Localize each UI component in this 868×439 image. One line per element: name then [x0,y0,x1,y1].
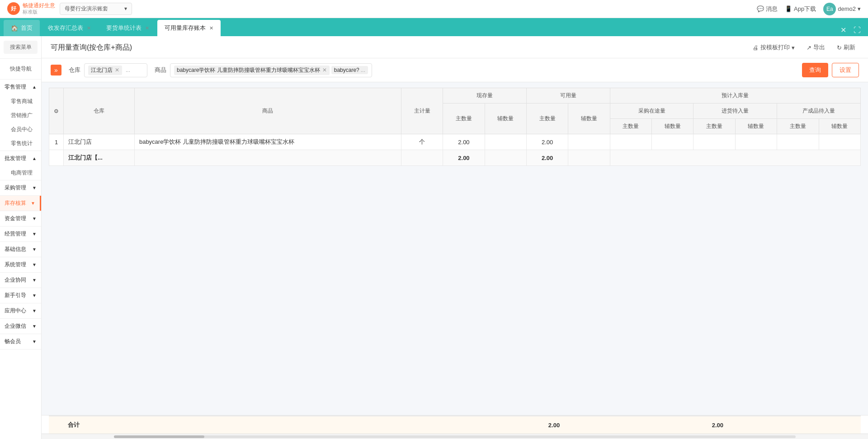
sidebar-group-app-center-header[interactable]: 应用中心 ▼ [0,303,41,318]
close-tab-order-stats[interactable]: ✕ [145,25,149,31]
sidebar-item-ecommerce[interactable]: 电商管理 [0,166,41,180]
sidebar-item-member[interactable]: 会员中心 [0,123,41,137]
sidebar-group-wechat-header[interactable]: 企业微信 ▼ [0,319,41,334]
row-warehouse: 江北门店 [64,134,135,150]
export-btn[interactable]: ↗ 导出 [803,42,829,53]
close-all-tabs-btn[interactable]: ✕ [839,24,848,36]
th-production-main: 主数量 [777,119,819,134]
settings-button[interactable]: 设置 [832,63,859,77]
industry-selector[interactable]: 母婴行业演示账套 ▾ [60,3,132,15]
warehouse-tag: 江北门店 ✕ [88,66,122,75]
row-production-main [777,134,819,150]
page-title: 可用量查询(按仓库+商品) [51,43,132,52]
product-tag-1: babycare学饮杯 儿童防摔防撞吸管杯重力球吸嘴杯宝宝水杯 ✕ [174,66,330,75]
scroll-thumb[interactable] [114,435,204,438]
group-available-main: 2.00 [527,150,568,166]
message-btn[interactable]: 💬 消息 [757,5,778,13]
sidebar-group-wholesale-header[interactable]: 批发管理 ▲ [0,151,41,166]
table-container: ⚙ 仓库 商品 主计量 现存量 可用量 预计入库量 主数量 辅数量 主数量 辅数… [42,82,868,415]
print-btn[interactable]: 🖨 按模板打印 ▾ [749,42,798,53]
sidebar-group-newbie-header[interactable]: 新手引导 ▼ [0,288,41,303]
sidebar-group-finance-header[interactable]: 资金管理 ▼ [0,211,41,226]
th-settings[interactable]: ⚙ [49,88,64,134]
remove-product-tag-1[interactable]: ✕ [322,67,327,73]
remove-warehouse-tag[interactable]: ✕ [115,67,119,73]
main-area: 搜索菜单 快捷导航 零售管理 ▲ 零售商城 营销推广 会员中心 零售统计 批发管… [0,36,868,439]
sidebar-item-marketing[interactable]: 营销推广 [0,109,41,123]
sidebar-group-wechat: 企业微信 ▼ [0,319,41,334]
sidebar-group-newbie: 新手引导 ▼ [0,288,41,303]
row-inbound-aux [735,134,777,150]
tab-income-expense[interactable]: 收发存汇总表 ✕ [41,20,98,36]
page-actions: 🖨 按模板打印 ▾ ↗ 导出 ↻ 刷新 [749,42,859,53]
sidebar-group-enterprise-header[interactable]: 企业协同 ▼ [0,273,41,288]
sidebar-group-procurement: 采购管理 ▼ [0,180,41,196]
product-tag-2-more: ... [361,67,365,73]
total-empty-4 [840,416,861,434]
app-download-btn[interactable]: 📱 App下载 [785,5,816,13]
sidebar-item-quick-nav[interactable]: 快捷导航 [0,61,41,76]
row-purchase-main [610,134,651,150]
refresh-btn[interactable]: ↻ 刷新 [833,42,859,53]
sidebar-item-retail-store[interactable]: 零售商城 [0,94,41,109]
top-bar: 好 畅捷通好生意 标准版 母婴行业演示账套 ▾ 💬 消息 📱 App下载 Ea … [0,0,868,18]
logo-area: 好 畅捷通好生意 标准版 [7,2,55,15]
total-empty-3 [452,416,513,434]
th-available-main-qty: 主数量 [527,104,568,134]
chevron-down-icon: ▼ [32,231,37,236]
sidebar-item-retail-stats[interactable]: 零售统计 [0,137,41,151]
group-warehouse: 江北门店【... [64,150,135,166]
total-current-main: 2.00 [513,416,595,434]
warehouse-input[interactable]: 江北门店 ✕ ... [84,63,147,77]
filter-area: » 仓库 江北门店 ✕ ... 商品 babycare学饮杯 儿童防摔防撞吸管杯… [42,58,868,82]
group-planned [610,150,860,166]
user-menu[interactable]: Ea demo2 ▾ [823,3,861,15]
logo-icon: 好 [7,2,20,15]
row-current-main: 2.00 [443,134,485,150]
chevron-up-icon: ▲ [32,85,37,90]
sidebar-group-basic-header[interactable]: 基础信息 ▼ [0,242,41,257]
th-purchase-in-transit: 采购在途量 [610,104,693,119]
product-input[interactable]: babycare学饮杯 儿童防摔防撞吸管杯重力球吸嘴杯宝宝水杯 ✕ babyca… [170,63,372,77]
home-icon: 🏠 [11,25,18,32]
nav-tabs: 🏠 首页 收发存汇总表 ✕ 要货单统计表 ✕ 可用量库存账本 ✕ ✕ ⛶ [0,18,868,36]
row-index: 1 [49,134,64,150]
close-tab-available-stock[interactable]: ✕ [209,25,213,31]
th-inbound-aux: 辅数量 [735,119,777,134]
scroll-track [114,435,796,438]
tab-order-stats[interactable]: 要货单统计表 ✕ [99,20,156,36]
query-button[interactable]: 查询 [802,63,828,77]
sidebar-group-retail-header[interactable]: 零售管理 ▲ [0,80,41,94]
warehouse-filter: 仓库 江北门店 ✕ ... [69,63,147,77]
th-inbound-pending: 进货待入量 [693,104,777,119]
sidebar-group-system-header[interactable]: 系统管理 ▼ [0,257,41,272]
th-current-stock: 现存量 [443,88,527,104]
sidebar-group-wholesale: 批发管理 ▲ 电商管理 [0,151,41,180]
th-production-pending: 产成品待入量 [777,104,861,119]
sidebar-group-member-loyalty: 畅会员 ▼ [0,334,41,349]
sidebar-group-member-loyalty-header[interactable]: 畅会员 ▼ [0,334,41,349]
total-available-main: 2.00 [677,416,759,434]
row-purchase-aux [652,134,693,150]
sidebar-group-inventory-header[interactable]: 库存核算 ▼ [0,196,41,211]
avatar: Ea [823,3,836,15]
sidebar-group-operations-header[interactable]: 经营管理 ▼ [0,227,41,241]
close-tab-income-expense[interactable]: ✕ [87,25,91,31]
warehouse-more-options[interactable]: ... [124,67,132,73]
sidebar-group-procurement-header[interactable]: 采购管理 ▼ [0,180,41,195]
total-empty-2 [145,416,452,434]
page-header: 可用量查询(按仓库+商品) 🖨 按模板打印 ▾ ↗ 导出 ↻ 刷新 [42,36,868,58]
search-menu-btn[interactable]: 搜索菜单 [4,41,38,54]
sidebar-group-app-center: 应用中心 ▼ [0,303,41,319]
row-available-main: 2.00 [527,134,568,150]
tab-available-stock[interactable]: 可用量库存账本 ✕ [157,20,221,36]
app-icon: 📱 [785,5,792,12]
expand-tabs-btn[interactable]: ⛶ [852,24,863,36]
tab-home[interactable]: 🏠 首页 [4,20,40,36]
refresh-icon: ↻ [837,44,842,51]
filter-expand-btn[interactable]: » [51,65,61,76]
horizontal-scrollbar[interactable] [42,434,868,439]
th-current-aux-qty: 辅数量 [485,104,526,134]
chevron-down-icon: ▼ [32,216,37,221]
row-main-unit: 个 [401,134,443,150]
